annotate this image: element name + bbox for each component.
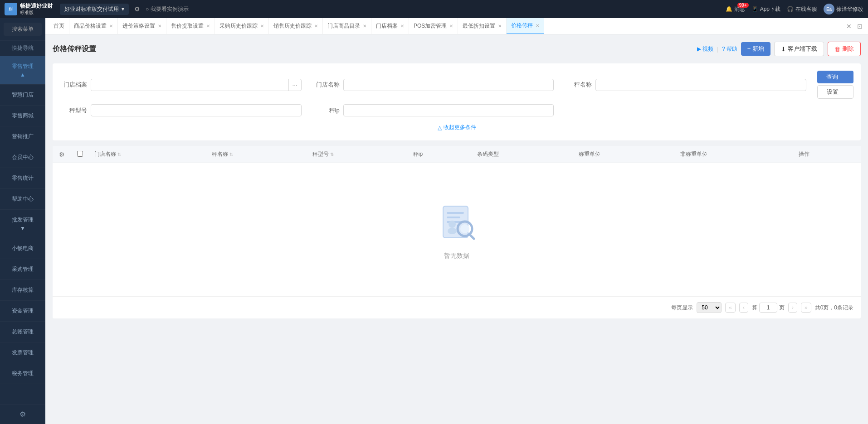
service-icon: 🎧 (787, 6, 794, 12)
table-header-scale-model[interactable]: 秤型号 (307, 146, 408, 163)
form-row-1: 门店档案 ··· 门店名称 秤名称 (60, 71, 853, 99)
top-bar-center: 好业财标准版交付试用 ▾ ⚙ ○ 我要看实例演示 (60, 4, 718, 15)
sidebar-item-general-ledger[interactable]: 总账管理 (0, 322, 45, 342)
page-number-input[interactable] (759, 303, 777, 313)
page-content: 价格传秤设置 ▶ 视频 | ? 帮助 + 新增 (45, 34, 868, 424)
scale-model-input[interactable] (91, 104, 302, 116)
table-header-barcode-type: 条码类型 (472, 146, 573, 163)
sidebar-item-tax-mgmt[interactable]: 税务管理 (0, 363, 45, 384)
content-area: 首页 商品价格设置 ✕ 进价策略设置 ✕ 售价提取设置 ✕ 采购历史价跟踪 ✕ (45, 18, 868, 424)
svg-point-5 (460, 224, 469, 233)
first-page-button[interactable]: « (725, 303, 736, 313)
sidebar-item-invoice-mgmt[interactable]: 发票管理 (0, 342, 45, 363)
table-header-non-weight-unit: 非称重单位 (675, 146, 793, 163)
scale-ip-field: 秤ip (312, 104, 554, 116)
video-icon: ▶ (697, 46, 701, 52)
tab-sale-price[interactable]: 售价提取设置 ✕ (166, 18, 215, 34)
next-page-button[interactable]: › (788, 303, 797, 313)
video-button[interactable]: ▶ 视频 (697, 45, 713, 53)
tab-close-pos-crypto[interactable]: ✕ (449, 24, 453, 29)
top-bar-left: 财 畅捷通好业财 标准版 (5, 3, 53, 16)
store-profile-input-wrapper: ··· (91, 79, 302, 91)
sidebar-item-inventory[interactable]: 库存核算 (0, 280, 45, 301)
online-service-button[interactable]: 🎧 在线客服 (787, 5, 817, 13)
svg-rect-1 (447, 212, 464, 214)
help-button[interactable]: ? 帮助 (722, 45, 737, 53)
tab-store-catalog[interactable]: 门店商品目录 ✕ (323, 18, 371, 34)
sidebar-item-wholesale-mgmt[interactable]: 批发管理 ▼ (0, 210, 45, 238)
collapse-button[interactable]: △ 收起更多条件 (60, 122, 853, 133)
quick-nav-item[interactable]: 快捷导航 (0, 41, 45, 56)
sidebar-item-member-center[interactable]: 会员中心 (0, 147, 45, 168)
tab-close-store-profile[interactable]: ✕ (400, 24, 404, 29)
sidebar-item-finance-mgmt[interactable]: 资金管理 (0, 301, 45, 322)
scale-ip-input[interactable] (343, 104, 554, 116)
demo-button[interactable]: ○ 我要看实例演示 (146, 5, 189, 13)
sidebar-item-marketing[interactable]: 营销推广 (0, 126, 45, 147)
delete-button[interactable]: 🗑 删除 (828, 42, 861, 56)
tab-close-purchase-strategy[interactable]: ✕ (158, 24, 161, 29)
tab-close-price-settings[interactable]: ✕ (109, 24, 113, 29)
store-name-input[interactable] (343, 79, 554, 91)
close-tab-button[interactable]: ✕ (844, 21, 853, 32)
store-profile-field: 门店档案 ··· (60, 79, 302, 91)
sidebar-settings-button[interactable]: ⚙ (20, 410, 26, 419)
table-gear-button[interactable]: ⚙ (59, 151, 65, 158)
table-header-store-name[interactable]: 门店名称 (89, 146, 206, 163)
sidebar-item-smart-store[interactable]: 智慧门店 (0, 85, 45, 106)
sidebar-item-xiaochangec[interactable]: 小畅电商 (0, 238, 45, 259)
tab-close-sale-price[interactable]: ✕ (206, 24, 210, 29)
tab-close-min-discount[interactable]: ✕ (498, 24, 502, 29)
app-download-button[interactable]: 📱 App下载 (751, 5, 780, 13)
table-container: ⚙ 门店名称 秤名称 (53, 146, 861, 318)
tab-close-price-scale[interactable]: ✕ (536, 23, 539, 28)
sidebar-item-retail-mall[interactable]: 零售商城 (0, 106, 45, 126)
scale-name-field: 秤名称 (565, 79, 806, 91)
query-button[interactable]: 查询 (817, 71, 853, 83)
last-page-button[interactable]: » (801, 303, 811, 313)
download-client-button[interactable]: ⬇ 客户端下载 (774, 42, 824, 56)
store-profile-input[interactable] (91, 79, 288, 91)
sidebar-item-help-center[interactable]: 帮助中心 (0, 189, 45, 210)
chevron-down-icon: ▾ (122, 6, 124, 12)
select-all-checkbox[interactable] (77, 151, 83, 157)
scale-ip-label: 秤ip (312, 106, 340, 115)
sidebar-item-retail-stats[interactable]: 零售统计 (0, 168, 45, 189)
prev-page-button[interactable]: ‹ (739, 303, 748, 313)
tab-sale-history[interactable]: 销售历史价跟踪 ✕ (269, 18, 323, 34)
total-text: 共0页，0条记录 (815, 304, 853, 312)
form-row-2: 秤型号 秤ip (60, 104, 853, 116)
search-menu-button[interactable]: 搜索菜单 (4, 23, 42, 36)
tab-price-scale[interactable]: 价格传秤 ✕ (507, 18, 544, 34)
app-logo: 财 (5, 3, 17, 15)
version-settings-button[interactable]: ⚙ (132, 4, 142, 14)
tab-close-purchase-history[interactable]: ✕ (260, 24, 264, 29)
tab-price-settings[interactable]: 商品价格设置 ✕ (69, 18, 118, 34)
sidebar-item-retail-mgmt[interactable]: 零售管理 ▲ (0, 56, 45, 85)
page-size-select[interactable]: 50 10 20 100 (697, 302, 722, 313)
page-size-label: 每页显示 (671, 304, 693, 312)
scale-name-input[interactable] (595, 79, 806, 91)
tab-close-sale-history[interactable]: ✕ (314, 24, 318, 29)
settings-form-button[interactable]: 设置 (817, 85, 853, 99)
empty-icon (434, 199, 479, 245)
search-menu-section: 搜索菜单 (0, 18, 45, 41)
store-profile-dots-button[interactable]: ··· (288, 79, 301, 91)
notification-button[interactable]: 🔔 消息 99+ (726, 5, 745, 13)
scale-name-label: 秤名称 (565, 81, 592, 89)
table-header-checkbox: ⚙ (53, 146, 71, 163)
maximize-tab-button[interactable]: ⊡ (855, 21, 864, 32)
tab-purchase-history[interactable]: 采购历史价跟踪 ✕ (215, 18, 269, 34)
tab-min-discount[interactable]: 最低折扣设置 ✕ (458, 18, 507, 34)
tab-close-store-catalog[interactable]: ✕ (363, 24, 366, 29)
tab-purchase-strategy[interactable]: 进价策略设置 ✕ (118, 18, 166, 34)
scale-model-field: 秤型号 (60, 104, 302, 116)
version-selector[interactable]: 好业财标准版交付试用 ▾ (60, 4, 129, 15)
tab-pos-crypto[interactable]: POS加密管理 ✕ (409, 18, 458, 34)
sidebar-item-purchase-mgmt[interactable]: 采购管理 (0, 259, 45, 280)
tab-store-profile[interactable]: 门店档案 ✕ (371, 18, 409, 34)
table-header-scale-name[interactable]: 秤名称 (206, 146, 307, 163)
user-profile-button[interactable]: Ea 徐泽华修改 (824, 4, 863, 14)
tab-home[interactable]: 首页 (49, 18, 69, 34)
add-button[interactable]: + 新增 (741, 42, 770, 56)
